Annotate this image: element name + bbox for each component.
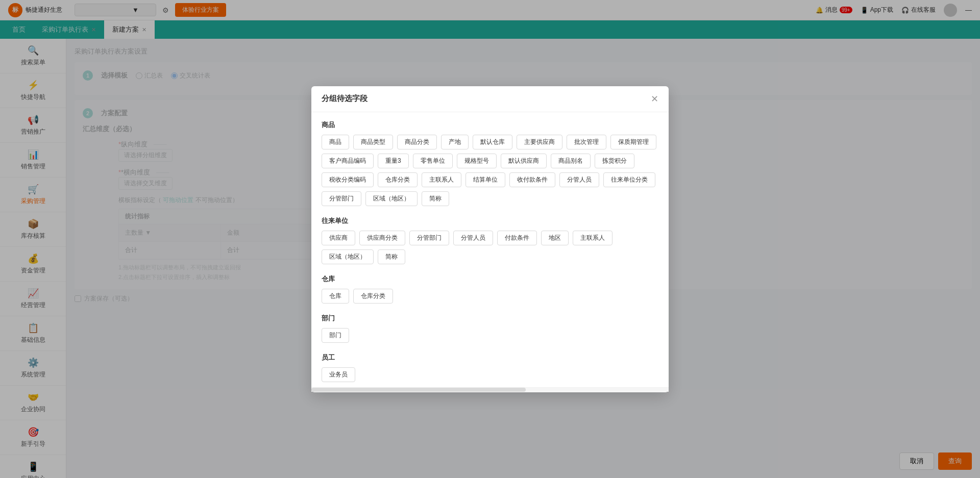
field-tag-goods-9[interactable]: 重量3 — [378, 154, 409, 168]
field-tag-goods-21[interactable]: 往来单位分类 — [603, 172, 655, 187]
section-goods: 商品 商品 商品类型 商品分类 产地 默认仓库 主要供应商 批次管理 保质期管理… — [322, 120, 658, 206]
field-tag-goods-0[interactable]: 商品 — [322, 135, 349, 149]
field-selection-modal: 分组待选字段 ✕ 商品 商品 商品类型 商品分类 产地 默认仓库 主要供应商 批… — [311, 86, 669, 392]
field-tag-goods-1[interactable]: 商品类型 — [353, 135, 393, 149]
field-tag-goods-20[interactable]: 分管人员 — [559, 172, 599, 187]
hscroll-bar[interactable] — [311, 388, 669, 392]
modal-hscroll — [311, 387, 669, 392]
field-tag-cp-3[interactable]: 分管人员 — [453, 231, 493, 245]
field-tag-wh-1[interactable]: 仓库分类 — [353, 289, 393, 304]
modal-body[interactable]: 商品 商品 商品类型 商品分类 产地 默认仓库 主要供应商 批次管理 保质期管理… — [311, 112, 669, 388]
section-goods-tags: 商品 商品类型 商品分类 产地 默认仓库 主要供应商 批次管理 保质期管理 客户… — [322, 135, 658, 206]
modal-title: 分组待选字段 — [322, 94, 368, 104]
field-tag-emp-0[interactable]: 业务员 — [322, 367, 355, 382]
section-warehouse-tags: 仓库 仓库分类 — [322, 289, 658, 304]
field-tag-goods-2[interactable]: 商品分类 — [397, 135, 437, 149]
field-tag-cp-4[interactable]: 付款条件 — [497, 231, 537, 245]
field-tag-goods-11[interactable]: 规格型号 — [457, 154, 497, 168]
field-tag-cp-8[interactable]: 简称 — [378, 249, 405, 264]
section-goods-title: 商品 — [322, 120, 658, 130]
field-tag-goods-8[interactable]: 客户商品编码 — [322, 154, 374, 168]
field-tag-wh-0[interactable]: 仓库 — [322, 289, 349, 304]
field-tag-cp-0[interactable]: 供应商 — [322, 231, 355, 245]
section-warehouse: 仓库 仓库 仓库分类 — [322, 274, 658, 304]
section-employee-tags: 业务员 — [322, 367, 658, 382]
field-tag-goods-4[interactable]: 默认仓库 — [473, 135, 512, 149]
field-tag-goods-7[interactable]: 保质期管理 — [610, 135, 656, 149]
hscroll-thumb — [311, 388, 526, 392]
field-tag-goods-12[interactable]: 默认供应商 — [501, 154, 547, 168]
field-tag-goods-3[interactable]: 产地 — [441, 135, 469, 149]
section-employee: 员工 业务员 — [322, 353, 658, 382]
field-tag-cp-5[interactable]: 地区 — [541, 231, 569, 245]
field-tag-goods-17[interactable]: 主联系人 — [422, 172, 461, 187]
modal-close-button[interactable]: ✕ — [651, 93, 658, 105]
field-tag-goods-16[interactable]: 仓库分类 — [378, 172, 418, 187]
field-tag-goods-15[interactable]: 税收分类编码 — [322, 172, 374, 187]
field-tag-dept-0[interactable]: 部门 — [322, 328, 349, 343]
field-tag-goods-5[interactable]: 主要供应商 — [517, 135, 562, 149]
section-department: 部门 部门 — [322, 314, 658, 343]
field-tag-goods-23[interactable]: 区域（地区） — [365, 191, 418, 206]
field-tag-goods-19[interactable]: 收付款条件 — [509, 172, 555, 187]
field-tag-goods-24[interactable]: 简称 — [422, 191, 449, 206]
field-tag-goods-10[interactable]: 零售单位 — [413, 154, 453, 168]
section-counterparty: 往来单位 供应商 供应商分类 分管部门 分管人员 付款条件 地区 主联系人 区域… — [322, 216, 658, 264]
field-tag-cp-2[interactable]: 分管部门 — [409, 231, 449, 245]
modal-header: 分组待选字段 ✕ — [311, 86, 669, 112]
section-employee-title: 员工 — [322, 353, 658, 362]
section-counterparty-title: 往来单位 — [322, 216, 658, 225]
section-counterparty-tags: 供应商 供应商分类 分管部门 分管人员 付款条件 地区 主联系人 区域（地区） … — [322, 231, 658, 264]
field-tag-cp-6[interactable]: 主联系人 — [573, 231, 612, 245]
field-tag-goods-18[interactable]: 结算单位 — [465, 172, 505, 187]
field-tag-goods-13[interactable]: 商品别名 — [551, 154, 591, 168]
field-tag-goods-14[interactable]: 拣货积分 — [595, 154, 634, 168]
modal-overlay: 分组待选字段 ✕ 商品 商品 商品类型 商品分类 产地 默认仓库 主要供应商 批… — [0, 0, 980, 478]
field-tag-goods-6[interactable]: 批次管理 — [567, 135, 606, 149]
section-warehouse-title: 仓库 — [322, 274, 658, 284]
section-department-title: 部门 — [322, 314, 658, 323]
field-tag-goods-22[interactable]: 分管部门 — [322, 191, 361, 206]
section-department-tags: 部门 — [322, 328, 658, 343]
field-tag-cp-1[interactable]: 供应商分类 — [359, 231, 405, 245]
field-tag-cp-7[interactable]: 区域（地区） — [322, 249, 374, 264]
